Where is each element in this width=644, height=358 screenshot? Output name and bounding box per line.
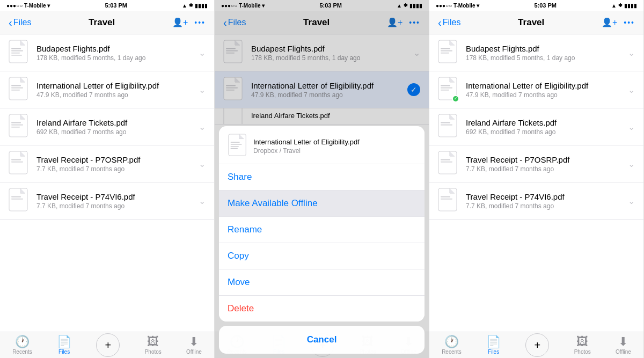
svg-rect-10	[11, 122, 21, 123]
action-copy[interactable]: Copy	[219, 243, 425, 269]
files-icon: 📄	[57, 336, 71, 348]
action-move[interactable]: Move	[219, 269, 425, 296]
file-info: Budapest Flights.pdf 178 KB, modified 5 …	[466, 44, 621, 62]
tab-files-left[interactable]: 📄 Files	[57, 336, 71, 355]
file-expand-icon[interactable]: ⌄	[628, 122, 635, 132]
action-sheet-backdrop[interactable]: International Letter of Eligibility.pdf …	[215, 0, 429, 358]
add-button[interactable]: +	[525, 333, 549, 357]
file-item[interactable]: Budapest Flights.pdf 178 KB, modified 5 …	[0, 34, 214, 71]
add-person-icon[interactable]: 👤+	[172, 17, 188, 27]
file-expand-icon[interactable]: ⌄	[199, 196, 206, 206]
add-button[interactable]: +	[96, 333, 120, 357]
file-item[interactable]: International Letter of Eligibility.pdf …	[0, 71, 214, 108]
action-offline[interactable]: Make Available Offline	[219, 191, 425, 217]
back-label-right: Files	[443, 18, 461, 27]
file-item[interactable]: Travel Receipt - P7OSRP.pdf 7.7 KB, modi…	[429, 145, 643, 182]
svg-rect-29	[231, 142, 240, 142]
svg-rect-12	[11, 127, 20, 128]
svg-rect-28	[229, 134, 246, 156]
location-icon: ▲	[611, 3, 617, 9]
file-item[interactable]: Travel Receipt - P74VI6.pdf 7.7 KB, modi…	[429, 182, 643, 220]
svg-rect-41	[438, 114, 457, 137]
nav-bar-left: ‹ Files Travel 👤+ •••	[0, 11, 214, 34]
back-button-left[interactable]: ‹ Files	[9, 17, 31, 28]
tab-photos-left[interactable]: 🖼 Photos	[145, 336, 162, 355]
file-expand-icon[interactable]: ⌄	[628, 48, 635, 58]
tab-photos-right[interactable]: 🖼 Photos	[574, 336, 591, 355]
svg-rect-33	[438, 40, 457, 63]
add-person-icon[interactable]: 👤+	[602, 17, 617, 27]
tab-offline-right[interactable]: ⬇ Offline	[616, 336, 631, 355]
tab-recents-right[interactable]: 🕐 Recents	[442, 336, 462, 355]
action-delete[interactable]: Delete	[219, 296, 425, 322]
status-carrier-right: ●●●○○ T-Mobile ▾	[436, 3, 479, 9]
back-label-left: Files	[13, 18, 32, 27]
svg-rect-14	[11, 159, 21, 160]
file-item[interactable]: Budapest Flights.pdf 178 KB, modified 5 …	[429, 34, 643, 71]
nav-bar-right: ‹ Files Travel 👤+ •••	[429, 11, 643, 34]
file-expand-icon[interactable]: ⌄	[628, 159, 635, 169]
svg-rect-48	[441, 196, 450, 198]
file-expand-icon[interactable]: ⌄	[199, 122, 206, 132]
file-icon	[438, 188, 459, 214]
action-sheet-header: International Letter of Eligibility.pdf …	[219, 126, 425, 164]
file-meta: 692 KB, modified 7 months ago	[466, 128, 621, 136]
file-expand-icon[interactable]: ⌄	[199, 48, 206, 58]
file-info: International Letter of Eligibility.pdf …	[466, 81, 621, 99]
status-bar-right: ●●●○○ T-Mobile ▾ 5:03 PM ▲ ✱ ▮▮▮▮	[429, 0, 643, 11]
file-item-with-badge[interactable]: ✓ International Letter of Eligibility.pd…	[429, 71, 643, 108]
file-item[interactable]: Ireland Airfare Tickets.pdf 692 KB, modi…	[429, 108, 643, 145]
status-right-left: ▲ ✱ ▮▮▮▮	[182, 3, 208, 9]
offline-icon: ⬇	[189, 336, 199, 348]
tab-label: Photos	[145, 349, 162, 355]
file-name: Ireland Airfare Tickets.pdf	[466, 118, 621, 127]
more-icon[interactable]: •••	[624, 18, 635, 27]
svg-rect-4	[11, 55, 22, 56]
more-icon[interactable]: •••	[194, 18, 206, 27]
tab-add-right[interactable]: +	[525, 333, 549, 357]
file-meta: 7.7 KB, modified 7 months ago	[36, 165, 192, 173]
photos-icon: 🖼	[147, 336, 159, 348]
svg-rect-15	[11, 162, 23, 163]
recents-icon: 🕐	[444, 336, 459, 348]
action-rename[interactable]: Rename	[219, 217, 425, 243]
file-expand-icon[interactable]: ⌄	[628, 196, 635, 206]
file-name: Ireland Airfare Tickets.pdf	[36, 118, 192, 127]
chevron-left-icon: ‹	[9, 17, 12, 28]
action-sheet-header-info: International Letter of Eligibility.pdf …	[253, 138, 416, 155]
tab-label: Recents	[442, 349, 462, 355]
middle-panel: ●●●○○ T-Mobile ▾ 5:03 PM ▲ ✱ ▮▮▮▮ ‹ File…	[215, 0, 429, 358]
recents-icon: 🕐	[15, 336, 30, 348]
tab-recents-left[interactable]: 🕐 Recents	[12, 336, 32, 355]
file-name: Budapest Flights.pdf	[466, 44, 621, 53]
tab-label: Offline	[186, 349, 202, 355]
file-info: Budapest Flights.pdf 178 KB, modified 5 …	[36, 44, 192, 62]
svg-rect-7	[11, 87, 23, 89]
back-button-right[interactable]: ‹ Files	[438, 17, 460, 28]
svg-rect-49	[441, 199, 452, 200]
action-share[interactable]: Share	[219, 164, 425, 191]
tab-label: Photos	[574, 349, 591, 355]
file-item[interactable]: Travel Receipt - P74VI6.pdf 7.7 KB, modi…	[0, 182, 214, 220]
chevron-left-icon: ‹	[438, 17, 442, 28]
file-expand-icon[interactable]: ⌄	[199, 159, 206, 169]
action-cancel[interactable]: Cancel	[219, 326, 425, 354]
file-expand-icon[interactable]: ⌄	[199, 85, 206, 95]
svg-rect-30	[231, 144, 242, 144]
tab-offline-left[interactable]: ⬇ Offline	[186, 336, 202, 355]
file-item[interactable]: Ireland Airfare Tickets.pdf 692 KB, modi…	[0, 108, 214, 145]
file-expand-icon[interactable]: ⌄	[628, 85, 635, 95]
svg-rect-32	[231, 148, 238, 149]
svg-rect-42	[441, 122, 450, 123]
file-meta: 178 KB, modified 5 months, 1 day ago	[36, 54, 192, 62]
offline-icon: ⬇	[618, 336, 628, 348]
file-icon	[438, 114, 459, 140]
file-info: Travel Receipt - P7OSRP.pdf 7.7 KB, modi…	[36, 155, 192, 173]
file-name: Travel Receipt - P7OSRP.pdf	[466, 155, 621, 164]
tab-add-left[interactable]: +	[96, 333, 120, 357]
svg-rect-13	[9, 151, 27, 174]
file-icon	[9, 151, 30, 177]
file-item[interactable]: Travel Receipt - P7OSRP.pdf 7.7 KB, modi…	[0, 145, 214, 182]
file-icon	[9, 188, 30, 214]
tab-files-right[interactable]: 📄 Files	[486, 336, 501, 355]
